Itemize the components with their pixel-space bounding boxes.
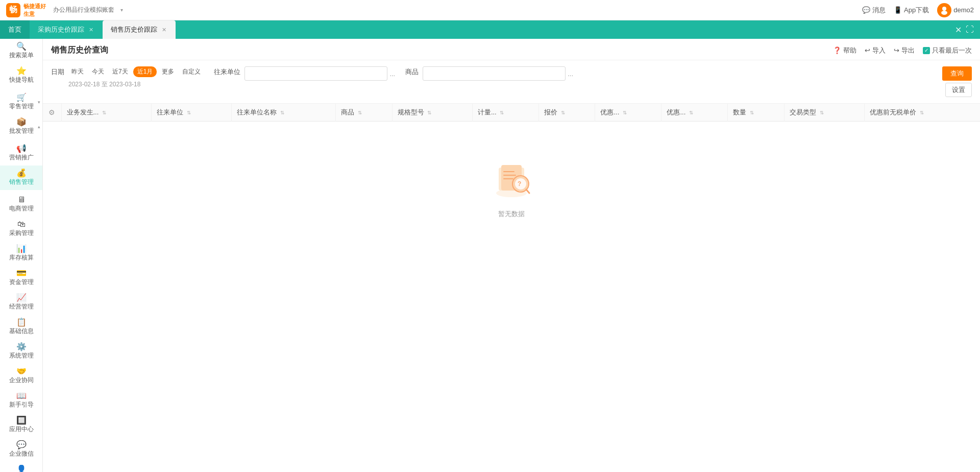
settings-button[interactable]: 设置 [945, 83, 972, 97]
date-tab-today[interactable]: 今天 [89, 66, 107, 77]
user-profile[interactable]: demo2 [937, 3, 974, 17]
sidebar-item-wholesale[interactable]: 📦 批发管理 ▴ [0, 114, 42, 139]
ecommerce-icon: 🖥 [17, 196, 26, 204]
avatar [937, 3, 951, 17]
retail-expand-icon: ▾ [38, 100, 40, 105]
export-icon: ↪ [894, 46, 899, 54]
sidebar-item-wechat[interactable]: 💬 企业微信 [0, 437, 42, 462]
empty-state: ? 暂无数据 [43, 122, 980, 249]
partner-input-group: ... [244, 66, 395, 81]
window-maximize-icon[interactable]: ⛶ [966, 25, 974, 34]
table-header-row: ⚙ 业务发生... ⇅ 往来单位 ⇅ 往来单位名称 [43, 104, 980, 122]
export-button[interactable]: ↪ 导出 [894, 46, 915, 55]
table-th-product[interactable]: 商品 ⇅ [336, 104, 393, 122]
product-dots[interactable]: ... [568, 70, 573, 78]
tab-home[interactable]: 首页 [0, 20, 30, 39]
product-input[interactable] [423, 66, 566, 81]
table-th-biz-date[interactable]: 业务发生... ⇅ [61, 104, 152, 122]
table-th-discount1[interactable]: 优惠... ⇅ [595, 104, 662, 122]
basic-icon: 📋 [16, 318, 27, 326]
sidebar-item-guide[interactable]: 📖 新手引导 [0, 388, 42, 413]
table-th-trade-type[interactable]: 交易类型 ⇅ [784, 104, 864, 122]
partner-input[interactable] [244, 66, 387, 81]
partner-filter-label: 往来单位 [214, 66, 240, 77]
only-last-checkbox[interactable]: ✓ 只看最后一次 [923, 46, 972, 55]
table-area: ⚙ 业务发生... ⇅ 往来单位 ⇅ 往来单位名称 [43, 104, 980, 472]
username-label: demo2 [953, 6, 974, 14]
sort-icon-trade-type: ⇅ [820, 110, 824, 115]
partner-dots[interactable]: ... [389, 70, 395, 78]
tab-sales-history[interactable]: 销售历史价跟踪 ✕ [103, 20, 176, 39]
tab-purchase-history[interactable]: 采购历史价跟踪 ✕ [30, 20, 103, 39]
sort-icon-discount1: ⇅ [623, 110, 627, 115]
sidebar-item-finance[interactable]: 💳 资金管理 [0, 266, 42, 290]
query-button[interactable]: 查询 [942, 66, 972, 81]
table-th-spec[interactable]: 规格型号 ⇅ [392, 104, 472, 122]
tab-sales-history-label: 销售历史价跟踪 [111, 25, 157, 34]
table-th-quantity[interactable]: 数量 ⇅ [728, 104, 785, 122]
svg-point-0 [942, 7, 946, 11]
table-th-partner-code[interactable]: 往来单位 ⇅ [152, 104, 232, 122]
table-th-unit-label: 计量... [478, 108, 497, 116]
window-close-icon[interactable]: ✕ [955, 25, 962, 35]
sidebar-item-ecommerce[interactable]: 🖥 电商管理 [0, 192, 42, 217]
sidebar-item-sales[interactable]: 💰 销售管理 [0, 166, 42, 190]
table-th-price[interactable]: 报价 ⇅ [538, 104, 595, 122]
date-range-display: 2023-02-18 至 2023-03-18 [68, 80, 204, 89]
table-settings-icon[interactable]: ⚙ [48, 108, 55, 116]
date-tab-yesterday[interactable]: 昨天 [68, 66, 87, 77]
app-download-button[interactable]: 📱 App下载 [894, 6, 929, 15]
import-button[interactable]: ↩ 导入 [865, 46, 886, 55]
sort-icon-no-tax-price: ⇅ [920, 110, 924, 115]
logo-area: 畅 畅捷通好生意 [6, 3, 49, 17]
table-th-trade-type-label: 交易类型 [790, 108, 816, 116]
table-th-no-tax-price[interactable]: 优惠前无税单价 ⇅ [865, 104, 980, 122]
sort-icon-price: ⇅ [561, 110, 565, 115]
sidebar-item-marketing[interactable]: 📢 营销推广 [0, 141, 42, 166]
svg-point-1 [941, 11, 947, 15]
sort-icon-discount2: ⇅ [689, 110, 693, 115]
member-icon: 👤 [16, 465, 27, 472]
import-label: 导入 [872, 46, 886, 55]
sidebar-item-enterprise-label: 企业协同 [9, 376, 34, 385]
product-filter-label: 商品 [405, 66, 419, 77]
table-th-discount2-label: 优惠... [667, 108, 685, 116]
tab-sales-close-icon[interactable]: ✕ [160, 26, 167, 33]
date-tab-1month[interactable]: 近1月 [133, 66, 157, 77]
table-th-discount2[interactable]: 优惠... ⇅ [662, 104, 728, 122]
wholesale-icon: 📦 [16, 118, 27, 126]
table-th-quantity-label: 数量 [733, 108, 746, 116]
sort-icon-biz-date: ⇅ [102, 110, 106, 115]
table-th-no-tax-price-label: 优惠前无税单价 [870, 108, 916, 116]
sidebar-item-retail[interactable]: 🛒 零售管理 ▾ [0, 90, 42, 114]
table-th-unit[interactable]: 计量... ⇅ [472, 104, 538, 122]
sidebar-item-inventory[interactable]: 📊 库存核算 [0, 241, 42, 266]
sidebar-item-apps[interactable]: 🔲 应用中心 [0, 413, 42, 437]
search-icon: 🔍 [16, 42, 27, 51]
marketing-icon: 📢 [16, 145, 27, 153]
table-th-settings: ⚙ [43, 104, 61, 122]
breadcrumb-dropdown-icon[interactable]: ▾ [120, 7, 123, 13]
sidebar-item-member[interactable]: 👤 畅会员 [0, 462, 42, 472]
table-th-partner-name[interactable]: 往来单位名称 ⇅ [232, 104, 336, 122]
help-button[interactable]: ❓ 帮助 [833, 46, 856, 55]
message-button[interactable]: 💬 消息 [862, 6, 886, 15]
table-th-spec-label: 规格型号 [398, 108, 424, 116]
sidebar-item-quick-nav[interactable]: ⭐ 快捷导航 [0, 63, 42, 88]
sort-icon-product: ⇅ [358, 110, 362, 115]
sidebar-item-business[interactable]: 📈 经营管理 [0, 290, 42, 315]
sidebar-item-purchase[interactable]: 🛍 采购管理 [0, 217, 42, 241]
logo-text: 畅捷通好生意 [23, 3, 49, 17]
sidebar-item-enterprise[interactable]: 🤝 企业协同 [0, 364, 42, 388]
date-tab-7days[interactable]: 近7天 [109, 66, 131, 77]
sort-icon-partner-name: ⇅ [280, 110, 284, 115]
app-download-label: App下载 [904, 6, 929, 15]
tab-purchase-close-icon[interactable]: ✕ [87, 26, 94, 33]
table-th-partner-name-label: 往来单位名称 [237, 108, 277, 116]
sidebar-item-basic[interactable]: 📋 基础信息 [0, 315, 42, 339]
data-table: ⚙ 业务发生... ⇅ 往来单位 ⇅ 往来单位名称 [43, 104, 980, 122]
date-tab-more[interactable]: 更多 [159, 66, 177, 77]
sidebar-item-search[interactable]: 🔍 搜索菜单 [0, 39, 42, 63]
sidebar-item-system[interactable]: ⚙️ 系统管理 [0, 339, 42, 364]
date-tab-custom[interactable]: 自定义 [179, 66, 204, 77]
